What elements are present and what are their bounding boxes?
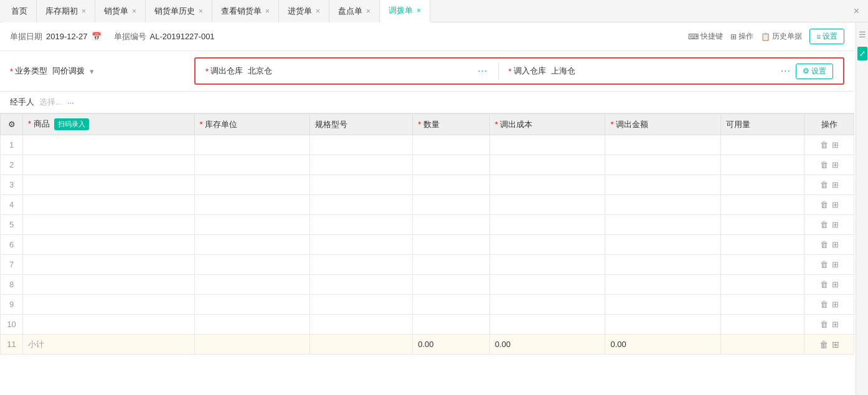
delete-icon[interactable]: 🗑 [820, 260, 828, 269]
copy-icon[interactable]: ⊞ [832, 280, 839, 289]
tab-sales-order[interactable]: 销货单 × [95, 0, 146, 22]
cell-amount[interactable] [605, 275, 721, 295]
copy-icon[interactable]: ⊞ [832, 240, 839, 249]
copy-icon[interactable]: ⊞ [832, 160, 839, 169]
cell-qty[interactable] [413, 155, 490, 175]
cell-unit[interactable] [194, 275, 310, 295]
close-view-sales[interactable]: × [265, 7, 270, 16]
delete-icon[interactable]: 🗑 [820, 180, 828, 189]
cell-cost[interactable] [489, 215, 605, 235]
sidebar-expand-icon[interactable]: ⤢ [857, 47, 867, 60]
cell-goods[interactable] [23, 295, 195, 315]
cell-goods[interactable] [23, 275, 195, 295]
close-transfer[interactable]: × [417, 6, 421, 15]
wh-in-more-btn[interactable]: ··· [781, 65, 791, 77]
close-purchase[interactable]: × [316, 7, 320, 16]
delete-icon[interactable]: 🗑 [819, 340, 828, 350]
copy-icon[interactable]: ⊞ [832, 340, 839, 350]
cell-qty[interactable] [413, 275, 490, 295]
cell-cost[interactable] [489, 135, 605, 155]
biz-type-select[interactable]: 同价调拨 ▾ [52, 65, 184, 77]
wh-setting-button[interactable]: ⚙ 设置 [796, 64, 833, 79]
tab-inventory-check[interactable]: 盘点单 × [329, 0, 380, 22]
close-inventory-init[interactable]: × [82, 7, 86, 16]
cell-qty[interactable] [413, 215, 490, 235]
cell-goods[interactable] [23, 315, 195, 335]
cell-amount[interactable] [605, 235, 721, 255]
col-gear[interactable]: ⚙ [1, 114, 23, 135]
cell-goods[interactable] [23, 135, 195, 155]
delete-icon[interactable]: 🗑 [820, 220, 828, 229]
cell-cost[interactable] [489, 175, 605, 195]
cell-amount[interactable] [605, 155, 721, 175]
cell-unit[interactable] [194, 175, 310, 195]
cell-qty[interactable] [413, 135, 490, 155]
tab-home[interactable]: 首页 [2, 0, 37, 22]
cell-unit[interactable] [194, 315, 310, 335]
cell-spec[interactable] [310, 275, 413, 295]
delete-icon[interactable]: 🗑 [820, 140, 828, 150]
close-sales-history[interactable]: × [199, 7, 203, 16]
cell-qty[interactable] [413, 235, 490, 255]
tab-purchase[interactable]: 进货单 × [279, 0, 329, 22]
cell-cost[interactable] [489, 275, 605, 295]
sidebar-list-icon[interactable]: ☰ [859, 27, 866, 42]
close-all-tabs[interactable]: × [847, 6, 866, 17]
copy-icon[interactable]: ⊞ [832, 200, 839, 209]
cell-goods[interactable] [23, 215, 195, 235]
cell-spec[interactable] [310, 155, 413, 175]
cell-cost[interactable] [489, 235, 605, 255]
delete-icon[interactable]: 🗑 [820, 240, 828, 249]
cell-unit[interactable] [194, 295, 310, 315]
tab-inventory-init[interactable]: 库存期初 × [37, 0, 95, 22]
copy-icon[interactable]: ⊞ [832, 300, 839, 309]
cell-spec[interactable] [310, 255, 413, 275]
cell-spec[interactable] [310, 135, 413, 155]
wh-out-more-btn[interactable]: ··· [478, 65, 488, 77]
cell-unit[interactable] [194, 235, 310, 255]
cell-amount[interactable] [605, 135, 721, 155]
cell-goods[interactable] [23, 155, 195, 175]
cell-cost[interactable] [489, 195, 605, 215]
cell-amount[interactable] [605, 295, 721, 315]
cell-cost[interactable] [489, 255, 605, 275]
history-action[interactable]: 📋 历史单据 [761, 31, 802, 42]
copy-icon[interactable]: ⊞ [832, 220, 839, 229]
cell-amount[interactable] [605, 215, 721, 235]
close-sales-order[interactable]: × [132, 7, 136, 16]
handler-select[interactable]: 选择... [39, 97, 62, 108]
copy-icon[interactable]: ⊞ [832, 140, 839, 150]
shortcut-action[interactable]: ⌨ 快捷键 [688, 31, 723, 42]
delete-icon[interactable]: 🗑 [820, 320, 828, 329]
cell-goods[interactable] [23, 255, 195, 275]
cell-amount[interactable] [605, 195, 721, 215]
delete-icon[interactable]: 🗑 [820, 300, 828, 309]
cell-spec[interactable] [310, 315, 413, 335]
cell-spec[interactable] [310, 215, 413, 235]
cell-spec[interactable] [310, 195, 413, 215]
cell-spec[interactable] [310, 235, 413, 255]
cell-goods[interactable] [23, 235, 195, 255]
cell-goods[interactable] [23, 175, 195, 195]
cell-qty[interactable] [413, 295, 490, 315]
delete-icon[interactable]: 🗑 [820, 160, 828, 169]
cell-unit[interactable] [194, 215, 310, 235]
cell-unit[interactable] [194, 155, 310, 175]
cell-qty[interactable] [413, 315, 490, 335]
cell-cost[interactable] [489, 295, 605, 315]
cell-qty[interactable] [413, 195, 490, 215]
cell-amount[interactable] [605, 255, 721, 275]
delete-icon[interactable]: 🗑 [820, 200, 828, 209]
delete-icon[interactable]: 🗑 [820, 280, 828, 289]
cell-amount[interactable] [605, 315, 721, 335]
cell-unit[interactable] [194, 135, 310, 155]
cell-qty[interactable] [413, 255, 490, 275]
setting-button[interactable]: ≡ 设置 [809, 29, 844, 44]
cell-amount[interactable] [605, 175, 721, 195]
scan-button[interactable]: 扫码录入 [54, 118, 89, 130]
cell-spec[interactable] [310, 175, 413, 195]
cell-unit[interactable] [194, 195, 310, 215]
cell-cost[interactable] [489, 155, 605, 175]
cell-spec[interactable] [310, 295, 413, 315]
cell-cost[interactable] [489, 315, 605, 335]
